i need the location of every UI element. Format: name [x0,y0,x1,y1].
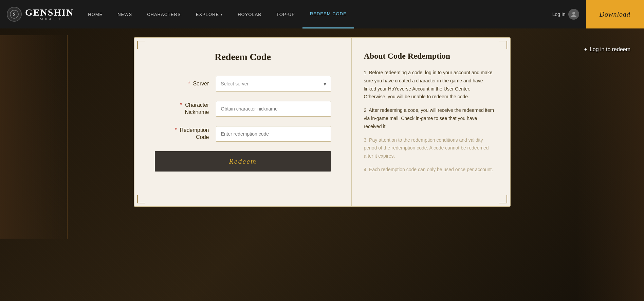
nav-right: Log In [546,9,586,20]
nickname-label: * CharacterNickname [155,102,209,116]
svg-point-2 [572,12,575,15]
bg-decoration-left [0,35,68,239]
redeem-card: Redeem Code * Server Select server Ameri… [134,37,511,207]
server-required-star: * [188,81,190,86]
corner-decoration-bl [137,195,145,203]
user-avatar-icon [568,9,579,20]
login-button[interactable]: Log In [552,9,579,20]
navbar: S Genshin Impact HOME NEWS CHARACTERS EX… [0,0,644,28]
redeem-form-panel: Redeem Code * Server Select server Ameri… [134,38,352,206]
info-content[interactable]: 1. Before redeeming a code, log in to yo… [364,69,498,179]
server-row: * Server Select server America Europe As… [155,76,331,92]
explore-chevron-icon: ▾ [221,13,223,16]
logo[interactable]: S Genshin Impact [0,7,80,22]
form-title: Redeem Code [155,52,331,62]
nav-explore[interactable]: EXPLORE ▾ [188,0,230,28]
nickname-row: * CharacterNickname [155,101,331,117]
info-point-3: 3. Pay attention to the redemption condi… [364,136,494,160]
nickname-input[interactable] [216,101,331,117]
nav-news[interactable]: NEWS [110,0,140,28]
logo-sub-text: Impact [25,17,74,21]
info-point-1: 1. Before redeeming a code, log in to yo… [364,69,494,101]
svg-text:S: S [13,12,16,17]
nav-redeem-code[interactable]: REDEEM CODE [302,0,354,28]
login-to-redeem-link[interactable]: ✦ Log in to redeem [584,46,630,53]
server-select[interactable]: Select server America Europe Asia TW/HK/… [216,76,331,92]
nav-topup[interactable]: TOP-UP [269,0,302,28]
bg-decoration-right [576,28,644,301]
nav-hoyolab[interactable]: HoYoLAB [230,0,269,28]
server-label: * Server [155,80,209,87]
nav-links: HOME NEWS CHARACTERS EXPLORE ▾ HoYoLAB T… [80,0,546,28]
code-required-star: * [175,127,177,133]
info-point-4: 4. Each redemption code can only be used… [364,166,494,174]
nav-home[interactable]: HOME [80,0,110,28]
code-row: * RedemptionCode [155,126,331,142]
nav-characters[interactable]: CHARACTERS [140,0,188,28]
code-label: * RedemptionCode [155,127,209,141]
logo-text: Genshin Impact [25,8,74,21]
corner-decoration-tl [137,41,145,49]
code-input[interactable] [216,126,331,142]
info-panel: About Code Redemption 1. Before redeemin… [352,38,510,206]
info-title: About Code Redemption [364,52,498,61]
redeem-button[interactable]: Redeem [155,151,331,172]
download-button[interactable]: Download [586,0,644,28]
logo-icon: S [7,7,22,22]
star-icon: ✦ [584,47,588,52]
nickname-required-star: * [180,102,182,108]
server-select-wrapper: Select server America Europe Asia TW/HK/… [216,76,331,92]
info-point-2: 2. After redeeming a code, you will rece… [364,106,494,131]
logo-main-text: Genshin [25,8,74,17]
